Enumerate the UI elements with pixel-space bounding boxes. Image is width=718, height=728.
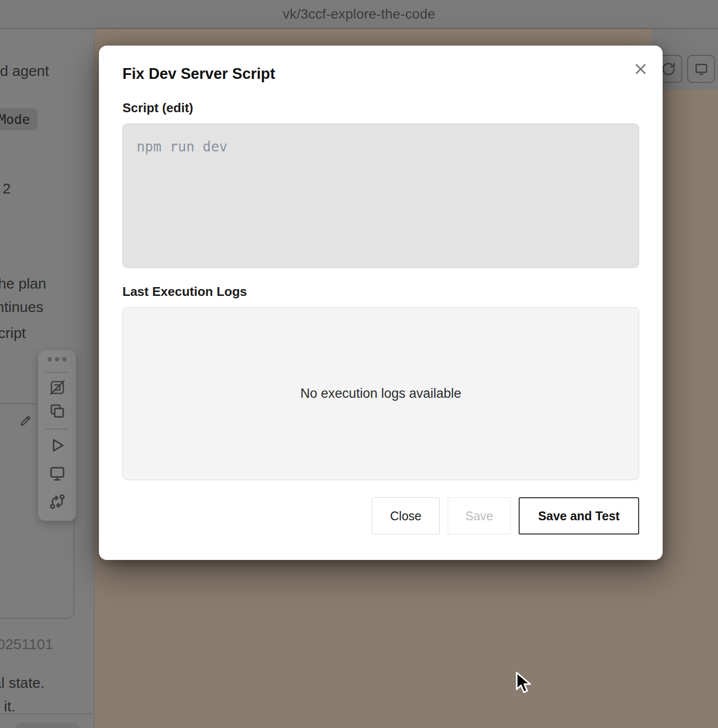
sidebar-text-fragment: it. [4, 698, 15, 715]
window-titlebar: vk/3ccf-explore-the-code [0, 0, 718, 29]
chat-sidebar-backdrop: d agent nMode y 2 he plan ntinues cript [0, 29, 95, 728]
monitor-icon [38, 464, 76, 482]
dialog-title: Fix Dev Server Script [122, 65, 275, 83]
sidebar-text-fragment: 0251101 [0, 636, 53, 653]
copy-icon [38, 402, 76, 420]
sidebar-text-fragment: ntinues [0, 299, 44, 315]
logs-label: Last Execution Logs [122, 284, 247, 299]
save-and-test-button[interactable]: Save and Test [519, 497, 639, 534]
git-compare-icon [38, 493, 76, 510]
refresh-icon [661, 61, 676, 77]
drag-handle-icon [38, 357, 76, 362]
play-icon [38, 437, 76, 454]
sidebar-text-fragment: cript [0, 325, 26, 341]
close-dialog-button[interactable] [631, 59, 650, 79]
inline-code-chip: nMode [0, 108, 38, 130]
script-input[interactable] [122, 123, 639, 268]
toolbar-divider [46, 429, 69, 430]
screen: vk/3ccf-explore-the-code d agent nMode y… [0, 0, 718, 728]
close-button[interactable]: Close [372, 497, 440, 534]
monitor-icon [694, 61, 709, 77]
floating-toolbar [38, 350, 76, 521]
toolbar-divider [46, 372, 69, 373]
logs-empty-message: No execution logs available [300, 386, 461, 401]
sidebar-bottom-button [16, 723, 79, 728]
execution-logs-panel: No execution logs available [122, 307, 639, 480]
dialog-button-row: Close Save Save and Test [122, 497, 639, 534]
sidebar-text-fragment: d agent [0, 63, 49, 79]
sidebar-text-fragment: y 2 [0, 180, 11, 197]
branch-title: vk/3ccf-explore-the-code [283, 6, 435, 22]
save-button[interactable]: Save [448, 497, 511, 534]
design-mode-icon [38, 379, 76, 396]
close-icon [633, 62, 648, 76]
script-label: Script (edit) [122, 100, 193, 116]
sidebar-divider [0, 713, 92, 714]
sidebar-text-fragment: al state. [0, 675, 45, 691]
pencil-icon [19, 414, 32, 428]
sidebar-text-fragment: he plan [0, 275, 46, 292]
desktop-preview-button [687, 55, 715, 83]
fix-dev-server-script-dialog: Fix Dev Server Script Script (edit) Last… [99, 46, 663, 560]
